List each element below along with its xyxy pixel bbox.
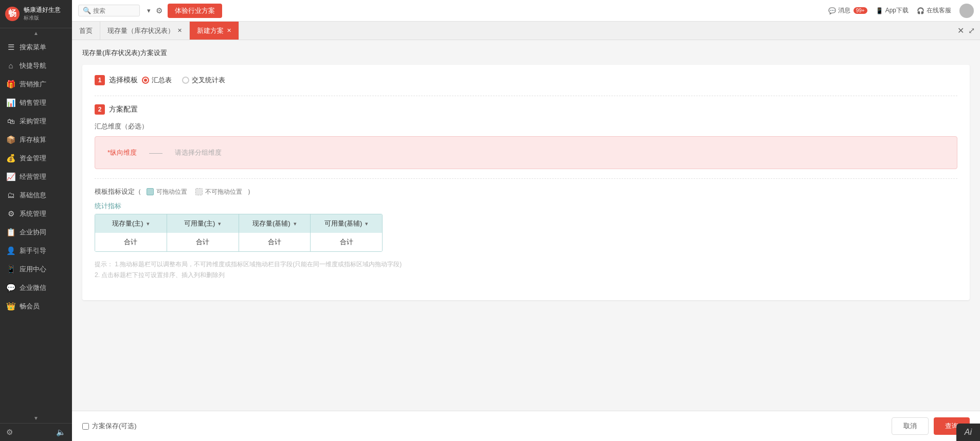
summary-dimension-title: 汇总维度（必选） <box>95 122 957 131</box>
sidebar-item-search[interactable]: ☰ 搜索菜单 <box>0 38 72 57</box>
radio-summary-label: 汇总表 <box>152 76 172 85</box>
sidebar-item-sales[interactable]: 📊 销售管理 <box>0 94 72 112</box>
sidebar-scroll-down[interactable]: ▼ <box>0 413 72 423</box>
cancel-button[interactable]: 取消 <box>892 417 929 435</box>
sidebar-item-enterprise-wechat[interactable]: 💬 企业微信 <box>0 279 72 297</box>
sidebar-item-operation[interactable]: 📈 经营管理 <box>0 168 72 186</box>
message-item[interactable]: 💬 消息 99+ <box>828 6 867 15</box>
expand-panel-icon[interactable]: ⤢ <box>968 26 975 35</box>
sidebar-item-purchase[interactable]: 🛍 采购管理 <box>0 112 72 131</box>
topbar-gear-icon[interactable]: ⚙ <box>156 6 162 15</box>
step-divider <box>95 96 957 96</box>
bag-icon: 🛍 <box>6 117 15 125</box>
sidebar-item-enterprise[interactable]: 📋 企业协同 <box>0 223 72 242</box>
legend-not-draggable: 不可拖动位置 <box>195 188 242 196</box>
sidebar-item-label: 企业协同 <box>20 228 46 237</box>
tab-inventory-close[interactable]: ✕ <box>177 27 182 34</box>
app-download-icon: 📱 <box>876 7 883 14</box>
sidebar-item-inventory[interactable]: 📦 库存核算 <box>0 131 72 149</box>
headset-icon: 🎧 <box>917 7 924 14</box>
dropdown-icon[interactable]: ▾ <box>147 7 151 14</box>
sidebar-item-quick-nav[interactable]: ⌂ 快捷导航 <box>0 57 72 75</box>
save-checkbox-label: 方案保存(可选) <box>92 421 137 431</box>
step1-block: 1 选择模板 汇总表 交叉统计表 <box>95 75 957 85</box>
sidebar-item-system[interactable]: ⚙ 系统管理 <box>0 205 72 223</box>
col-header-2[interactable]: 现存量(基辅) ▾ <box>239 214 311 233</box>
sidebar-item-label: 资金管理 <box>20 154 46 163</box>
tabs-bar: 首页 现存量（库存状况表） ✕ 新建方案 ✕ ✕ ⤢ <box>72 22 980 40</box>
col-arrow-3[interactable]: ▾ <box>365 220 368 227</box>
online-service-item[interactable]: 🎧 在线客服 <box>917 6 951 15</box>
tab-home[interactable]: 首页 <box>72 22 100 40</box>
search-input[interactable] <box>93 7 134 14</box>
enterprise-icon: 📋 <box>6 228 15 237</box>
app-logo-icon: 畅 <box>5 7 20 21</box>
not-draggable-box <box>195 188 203 195</box>
tab-new-scheme[interactable]: 新建方案 ✕ <box>190 22 239 40</box>
col-label-3: 可用量(基辅) <box>324 219 362 228</box>
message-badge: 99+ <box>854 7 867 14</box>
step2-label: 方案配置 <box>109 105 138 114</box>
sidebar-item-member[interactable]: 👑 畅会员 <box>0 297 72 316</box>
col-arrow-2[interactable]: ▾ <box>294 220 297 227</box>
dimension-placeholder: 请选择分组维度 <box>175 148 222 157</box>
tip-2: 2. 点击标题栏下拉可设置排序、插入列和删除列 <box>95 271 957 280</box>
graph-icon: 📈 <box>6 172 15 181</box>
indicator-divider <box>95 178 957 179</box>
save-checkbox-input[interactable] <box>82 423 89 430</box>
home-icon: ⌂ <box>6 61 15 70</box>
sidebar-item-marketing[interactable]: 🎁 营销推广 <box>0 75 72 94</box>
ai-badge: Ai <box>956 424 980 441</box>
main-area: 🔍 ▾ ⚙ 体验行业方案 💬 消息 99+ 📱 App下载 🎧 在线客服 <box>72 0 980 441</box>
sidebar-scroll-up[interactable]: ▲ <box>0 28 72 38</box>
chart-icon: 📊 <box>6 98 15 107</box>
folder-icon: 🗂 <box>6 191 15 199</box>
col-label-2: 现存量(基辅) <box>252 219 291 228</box>
tab-new-scheme-close[interactable]: ✕ <box>227 27 231 34</box>
col-sub-1: 合计 <box>196 237 209 247</box>
col-arrow-0[interactable]: ▾ <box>147 220 150 227</box>
trial-btn[interactable]: 体验行业方案 <box>168 4 222 18</box>
topbar-right: 💬 消息 99+ 📱 App下载 🎧 在线客服 <box>828 4 974 18</box>
close-panel-icon[interactable]: ✕ <box>957 26 964 35</box>
col-sub-0: 合计 <box>124 237 137 247</box>
sidebar-item-basic-info[interactable]: 🗂 基础信息 <box>0 186 72 205</box>
search-box[interactable]: 🔍 <box>78 5 140 16</box>
col-header-0[interactable]: 现存量(主) ▾ <box>95 214 167 233</box>
sidebar-item-finance[interactable]: 💰 资金管理 <box>0 149 72 168</box>
user-avatar[interactable] <box>959 4 974 18</box>
sidebar-item-label: 应用中心 <box>20 265 46 274</box>
tab-inventory-label: 现存量（库存状况表） <box>107 26 174 35</box>
app-name: 畅康通好生意 <box>24 6 61 14</box>
sidebar-item-new-guide[interactable]: 👤 新手引导 <box>0 242 72 260</box>
wechat-icon: 💬 <box>6 283 15 292</box>
dimension-required-mark: *纵向维度 <box>107 148 137 157</box>
radio-cross[interactable]: 交叉统计表 <box>182 76 225 85</box>
stats-section-label: 统计指标 <box>95 201 957 211</box>
stats-table: 现存量(主) ▾ 可用量(主) ▾ 现存量(基辅) ▾ 可用量(基辅) <box>95 214 383 252</box>
tab-inventory-status[interactable]: 现存量（库存状况表） ✕ <box>100 22 190 40</box>
col-header-1[interactable]: 可用量(主) ▾ <box>167 214 239 233</box>
crown-icon: 👑 <box>6 302 15 311</box>
dimension-box[interactable]: *纵向维度 —— 请选择分组维度 <box>95 136 957 169</box>
save-checkbox[interactable]: 方案保存(可选) <box>82 421 137 431</box>
tab-home-label: 首页 <box>79 26 93 35</box>
sidebar-item-label: 快捷导航 <box>20 61 46 70</box>
col-label-1: 可用量(主) <box>184 219 215 228</box>
sidebar-item-label: 营销推广 <box>20 80 46 89</box>
sidebar: 畅 畅康通好生意 标准版 ▲ ☰ 搜索菜单 ⌂ 快捷导航 🎁 营销推广 📊 销售… <box>0 0 72 441</box>
col-arrow-1[interactable]: ▾ <box>218 220 221 227</box>
sidebar-item-app-center[interactable]: 📱 应用中心 <box>0 260 72 279</box>
radio-summary[interactable]: 汇总表 <box>142 76 172 85</box>
settings-bottom-icon[interactable]: ⚙ <box>6 428 13 437</box>
audio-icon[interactable]: 🔈 <box>56 428 66 437</box>
indicator-settings-text: 模板指标设定（ <box>95 187 141 196</box>
scheme-card: 1 选择模板 汇总表 交叉统计表 <box>82 65 970 300</box>
tip-1: 提示： 1.拖动标题栏可以调整布局，不可跨维度或指标区域拖动栏目字段(只能在同一… <box>95 260 957 269</box>
col-body-1: 合计 <box>167 233 239 251</box>
col-header-3[interactable]: 可用量(基辅) ▾ <box>311 214 382 233</box>
sidebar-item-label: 基础信息 <box>20 191 46 200</box>
legend-not-draggable-label: 不可拖动位置 <box>205 188 242 196</box>
tab-new-scheme-label: 新建方案 <box>197 26 224 35</box>
app-download-item[interactable]: 📱 App下载 <box>876 6 909 15</box>
